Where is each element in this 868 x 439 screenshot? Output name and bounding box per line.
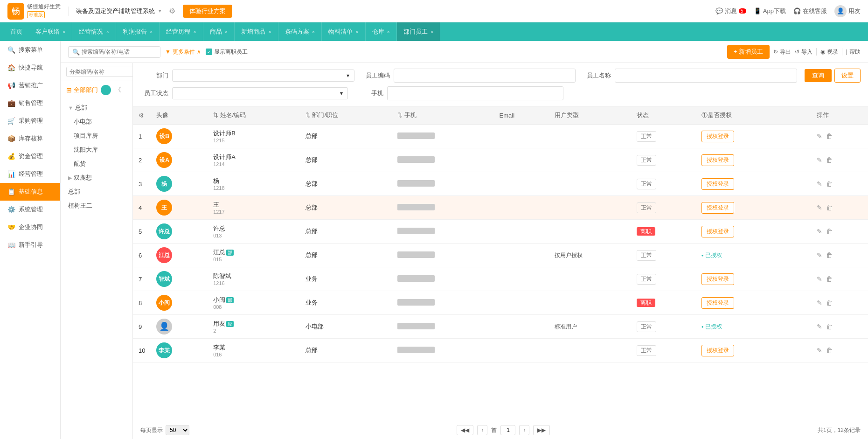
close-customer-icon[interactable]: × [62,29,65,35]
th-name[interactable]: ⇅ 姓名/编码 [208,106,300,125]
auth-login-button[interactable]: 授权登录 [701,154,734,166]
dept-node-xiaodibu[interactable]: 小电部 [61,115,132,129]
export-btn[interactable]: ↻ 导出 [773,48,791,56]
th-settings[interactable]: ⚙ [133,106,151,125]
delete-button[interactable]: 🗑 [826,132,833,140]
delete-button[interactable]: 🗑 [826,251,833,259]
filter-status-select[interactable]: ▾ [172,87,348,99]
gear-icon[interactable]: ⚙ [169,7,175,15]
add-employee-button[interactable]: + 新增员工 [727,45,770,59]
auth-login-button[interactable]: 授权登录 [701,178,734,190]
sidebar-item-ops[interactable]: 📊 经营管理 [0,165,60,183]
dropdown-arrow-icon[interactable]: ▾ [159,8,161,14]
settings-button[interactable]: 设置 [834,69,861,83]
dept-node-xiangmuku[interactable]: 项目库房 [61,129,132,143]
tab-history[interactable]: 经营历程× [160,22,203,41]
tab-bom[interactable]: 物料清单× [322,22,365,41]
delete-button[interactable]: 🗑 [826,275,833,283]
message-btn[interactable]: 💬 消息 5 [715,7,746,15]
sidebar-item-inventory[interactable]: 📦 库存核算 [0,130,60,147]
filter-empname-input[interactable] [615,69,797,83]
sidebar-item-quicknav[interactable]: 🏠 快捷导航 [0,59,60,77]
dept-search-input[interactable] [66,67,133,77]
close-history-icon[interactable]: × [193,29,196,35]
sidebar-item-marketing[interactable]: 📢 营销推广 [0,77,60,94]
sidebar-item-purchase[interactable]: 🛒 采购管理 [0,112,60,130]
show-inactive-toggle[interactable]: ✓ 显示离职员工 [206,48,248,56]
tab-profit[interactable]: 利润报告× [116,22,160,41]
edit-button[interactable]: ✎ [817,323,822,330]
dept-node-peihuo[interactable]: 配货 [61,157,132,171]
tab-new-goods[interactable]: 新增商品× [235,22,278,41]
close-operations-icon[interactable]: × [106,29,109,35]
auth-login-button[interactable]: 授权登录 [701,273,734,285]
close-dept-icon[interactable]: × [431,29,433,35]
close-barcode-icon[interactable]: × [312,29,315,35]
close-warehouse-icon[interactable]: × [387,29,390,35]
sidebar-item-collab[interactable]: 🤝 企业协同 [0,218,60,236]
sidebar-item-capital[interactable]: 💰 资金管理 [0,147,60,165]
tab-goods[interactable]: 商品× [203,22,235,41]
close-bom-icon[interactable]: × [355,29,358,35]
sidebar-item-sales[interactable]: 💼 销售管理 [0,94,60,112]
next-page-btn[interactable]: › [519,425,529,435]
delete-button[interactable]: 🗑 [826,228,833,235]
query-button[interactable]: 查询 [805,69,832,82]
delete-button[interactable]: 🗑 [826,323,833,330]
close-newgoods-icon[interactable]: × [268,29,271,35]
dept-collapse-icon[interactable]: 《 [115,86,121,94]
per-page-select[interactable]: 50 20 100 [166,425,189,435]
last-page-btn[interactable]: ▶▶ [533,425,550,435]
dept-node-zhishu[interactable]: 植树王二 [61,199,132,213]
more-filter-btn[interactable]: ▼ 更多条件 ∧ [165,48,201,56]
auth-login-button[interactable]: 授权登录 [701,297,734,309]
filter-phone-input[interactable] [387,86,563,100]
edit-button[interactable]: ✎ [817,251,822,259]
first-page-btn[interactable]: ◀◀ [457,425,473,435]
edit-button[interactable]: ✎ [817,299,822,307]
delete-button[interactable]: 🗑 [826,204,833,211]
app-download-btn[interactable]: 📱 App下载 [754,7,786,15]
import-btn[interactable]: ↺ 导入 [795,48,812,56]
edit-button[interactable]: ✎ [817,275,822,283]
tab-barcode[interactable]: 条码方案× [278,22,322,41]
edit-button[interactable]: ✎ [817,204,822,211]
dept-node-shenyang[interactable]: 沈阳大库 [61,143,132,157]
search-box[interactable]: 🔍 [68,46,160,58]
filter-empcode-input[interactable] [394,69,576,83]
filter-dept-select[interactable]: ▾ [172,70,354,82]
sidebar-item-guide[interactable]: 📖 新手引导 [0,236,60,254]
tab-operations[interactable]: 经营情况× [72,22,116,41]
edit-button[interactable]: ✎ [817,228,822,235]
auth-login-button[interactable]: 授权登录 [701,345,734,356]
view-btn[interactable]: ◉ 视录 [820,48,838,56]
th-dept[interactable]: ⇅ 部门/职位 [300,106,392,125]
search-input[interactable] [82,49,156,55]
edit-button[interactable]: ✎ [817,132,822,140]
close-goods-icon[interactable]: × [225,29,228,35]
sidebar-item-basic[interactable]: 📋 基础信息 [0,183,60,201]
sidebar-item-system[interactable]: ⚙️ 系统管理 [0,201,60,218]
tab-department[interactable]: 部门员工× [397,22,440,41]
sidebar-item-search[interactable]: 🔍 搜索菜单 [0,41,60,59]
dept-all-item[interactable]: ⊞ 全部部门 《 [61,81,132,99]
edit-button[interactable]: ✎ [817,156,822,164]
dept-node-zongbu[interactable]: 总部 [61,185,132,199]
auth-login-button[interactable]: 授权登录 [701,131,734,142]
user-avatar[interactable]: 👤 用友 [834,5,861,17]
close-profit-icon[interactable]: × [150,29,153,35]
prev-page-btn[interactable]: ‹ [477,425,487,435]
auth-login-button[interactable]: 授权登录 [701,226,734,237]
help-btn[interactable]: | 帮助 [846,48,861,56]
edit-button[interactable]: ✎ [817,180,822,188]
delete-button[interactable]: 🗑 [826,299,833,307]
dept-node-shuanglu[interactable]: ▶ 双鹿想 [61,171,132,185]
tab-home[interactable]: 首页 [4,22,29,41]
trial-button[interactable]: 体验行业方案 [183,5,232,18]
th-phone[interactable]: ⇅ 手机 [392,106,493,125]
tab-customer[interactable]: 客户联络× [29,22,72,41]
online-service-btn[interactable]: 🎧 在线客服 [793,7,827,15]
delete-button[interactable]: 🗑 [826,347,833,354]
dept-count-icon[interactable] [101,85,111,95]
delete-button[interactable]: 🗑 [826,180,833,188]
